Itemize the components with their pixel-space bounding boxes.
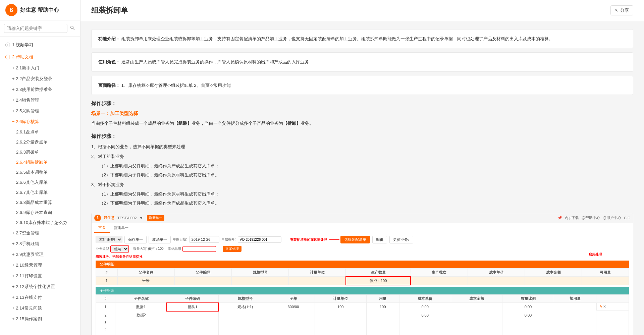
ops-steps-label: 操作步骤：	[91, 100, 633, 107]
sidebar-item-sales[interactable]: + 2.4销售管理	[0, 95, 80, 106]
scene1-desc: 当由多个子件材料组装成一个成品的业务为【组装】业务，当由一个父件拆分成多个子产品…	[91, 119, 633, 128]
ss-type-select[interactable]: 本组织整理	[96, 236, 122, 243]
ss-docno-label: 单据编号:	[221, 237, 236, 242]
ss-qty-field: 数量大写 依拒：100	[133, 246, 164, 251]
ss-save-btn[interactable]: 保存单一	[124, 236, 147, 243]
ss-brand: 好生意	[104, 215, 115, 220]
sidebar-item-cases[interactable]: + 2.15操作案例	[0, 314, 80, 324]
sidebar-item-video[interactable]: + 1.视频学习	[0, 39, 80, 51]
ss-confirm-btn[interactable]: 立案处理	[223, 246, 241, 252]
table-row: 3	[96, 319, 629, 326]
ss-cancel-btn[interactable]: 取消单一	[149, 236, 171, 243]
inventory-sub-items: 2.6.1盘点单 2.6.2分量盘点单 2.6.3调拨单 2.6.4组装拆卸单 …	[0, 127, 80, 228]
th-add-usage: 加用量	[554, 294, 596, 303]
table-row: 1 数据1 部队1 规格(1*1) 300/00 100 100 0.00	[96, 303, 629, 311]
ss-biz-type-field: 业务类型 组装 拆卸	[96, 245, 129, 253]
row-delete-icon[interactable]: ✕	[603, 304, 606, 309]
sidebar-item-split-stocktake[interactable]: 2.6.2分量盘点单	[0, 137, 80, 147]
sidebar-item-stock-error[interactable]: 2.6.10库存账本错了怎么办	[0, 218, 80, 228]
ss-store-label: 库标品用	[168, 246, 181, 251]
sidebar-item-online-pay[interactable]: + 2.13在线支付	[0, 292, 80, 303]
th-ops	[596, 294, 629, 303]
scene1-title: 场景一：加工类型选择	[91, 111, 633, 117]
ss-fill-btn[interactable]: 选取装配清单	[340, 236, 370, 243]
ss-icons-row: 刷新单一	[147, 215, 164, 221]
svg-point-0	[71, 26, 73, 29]
table-row: 2 数据2 0.00 0.00	[96, 311, 629, 319]
ss-tab-newdoc[interactable]: 新建单一	[110, 223, 132, 232]
sidebar: 6 好生意 帮助中心 + 1.视频学习 − 2.帮助文档 + 2.1新手入门	[0, 0, 80, 335]
sidebar-item-purchase[interactable]: + 2.5采购管理	[0, 106, 80, 116]
th-unit: 计量单位	[289, 268, 346, 277]
th-unit: 计量单位	[315, 294, 366, 303]
th-num: #	[96, 294, 115, 303]
sidebar-item-data-prep[interactable]: + 2.3使用前数据准备	[0, 84, 80, 95]
annotation-switch-text: 组装业务、拆卸业务在这里切换	[96, 255, 143, 259]
td-cost-price	[468, 277, 525, 285]
ss-right-nav: 📌 App下载 @帮助中心 @用户中心 C.C	[557, 215, 630, 220]
main-header: 组装拆卸单 分享	[80, 0, 644, 21]
sidebar-item-finance[interactable]: + 2.7资金管理	[0, 228, 80, 238]
search-input[interactable]	[4, 24, 67, 33]
ss-new-btn: 刷新单一	[147, 215, 164, 221]
docs-sub-items: + 2.1新手入门 + 2.2产品安装及登录 + 2.3使用前数据准备 + 2.…	[0, 63, 80, 324]
ss-more-btn[interactable]: 更多业务↓	[389, 236, 414, 243]
sidebar-item-print[interactable]: + 2.11打印设置	[0, 271, 80, 281]
th-batch: 生产批次	[411, 268, 468, 277]
th-cost-amount: 成本金额	[451, 294, 502, 303]
sidebar-item-assembly[interactable]: 2.6.4组装拆卸单	[0, 157, 80, 167]
ss-annotation-area: 有装配清单的在这里处理 选取装配清单 编辑 更多业务↓	[290, 236, 414, 243]
ss-form-toolbar: 本组织整理 保存单一 取消单一 单据日期: 单据编号: 有装配清单的在这里处理 …	[96, 236, 629, 243]
ss-lower-table: # 子件名称 子件编码 规格型号 子单 计量单位 用量 成本单价 成本金额	[96, 294, 629, 335]
step-2: 2、对于组装业务	[91, 153, 633, 161]
ss-date-input[interactable]	[189, 236, 219, 243]
sidebar-item-inventory[interactable]: − 2.6库存核算	[0, 116, 80, 127]
row-edit-icon[interactable]: ✎	[599, 304, 602, 309]
ss-tab-active[interactable]: 首页	[94, 223, 110, 233]
ss-edit-btn[interactable]: 编辑	[372, 236, 387, 243]
path-text: 1、库存核算->库存管理->组装拆卸单 2、首页->常用功能	[121, 83, 231, 88]
sidebar-header: 6 好生意 帮助中心	[0, 0, 80, 20]
svg-line-1	[73, 29, 75, 30]
step3-item2: （2）下部明细为子件明细，最终作为产成品生成其它入库单。	[91, 199, 633, 208]
sidebar-item-other-in[interactable]: 2.6.6其他入库单	[0, 177, 80, 187]
sidebar-item-cost-recalc[interactable]: 2.6.8商品成本重算	[0, 198, 80, 208]
sidebar-item-install[interactable]: + 2.2产品安装及登录	[0, 73, 80, 84]
sidebar-item-stock-query[interactable]: 2.6.9库存账本查询	[0, 208, 80, 218]
td-parent-name: 米米	[117, 277, 174, 285]
td-num: 1	[96, 277, 118, 285]
annotation-assembly-list: 有装配清单的在这里处理	[290, 238, 327, 241]
ss-store-field: 库标品用	[168, 246, 216, 252]
ss-docno-input[interactable]	[238, 236, 281, 243]
sidebar-item-settings[interactable]: + 2.12系统个性化设置	[0, 281, 80, 292]
sidebar-item-newbie[interactable]: + 2.1新手入门	[0, 63, 80, 73]
sidebar-item-other-out[interactable]: 2.6.7其他出库单	[0, 187, 80, 198]
sidebar-item-mobile[interactable]: + 2.8手机旺铺	[0, 238, 80, 249]
ss-store-input[interactable]	[182, 246, 216, 252]
screenshot-container: 6 好生意 TEST-H002 ▼ 刷新单一 📌 App下载 @帮助中心 @用户…	[91, 213, 633, 335]
step-1: 1、根据不同的业务，选择不同单据的类型来处理	[91, 143, 633, 151]
sidebar-item-stocktake[interactable]: 2.6.1盘点单	[0, 127, 80, 137]
sidebar-nav: + 1.视频学习 − 2.帮助文档 + 2.1新手入门 + 2.2产品安装及登录…	[0, 37, 80, 335]
th-spec: 规格型号	[218, 294, 272, 303]
td-batch	[411, 277, 468, 285]
td-cost-amount	[525, 277, 582, 285]
th-sub: 子单	[272, 294, 315, 303]
sidebar-item-faq[interactable]: + 2.14常见问题	[0, 303, 80, 314]
sidebar-label: 1.视频学习	[12, 42, 33, 48]
ss-test-id: TEST-H002	[117, 216, 137, 220]
app-name: 好生意 帮助中心	[20, 7, 59, 14]
app-logo: 6	[5, 4, 17, 16]
ss-upper-table-container: 父件明细 # 父件名称 父件编码 规格型号 计量单位 生产数量	[96, 261, 629, 285]
path-label: 页面路径：	[98, 83, 120, 88]
sidebar-item-adjust[interactable]: 2.6.3调拨单	[0, 147, 80, 157]
sidebar-item-operations[interactable]: + 2.10经营管理	[0, 260, 80, 271]
ss-biz-select[interactable]: 组装 拆卸	[110, 245, 129, 253]
sidebar-item-coupon[interactable]: + 2.9优惠券管理	[0, 249, 80, 260]
search-button[interactable]	[69, 25, 76, 31]
step-3: 3、对于拆卖业务	[91, 181, 633, 189]
sidebar-item-docs[interactable]: − 2.帮助文档	[0, 51, 80, 63]
sidebar-item-cost-adjust[interactable]: 2.6.5成本调整单	[0, 167, 80, 177]
share-button[interactable]: 分享	[610, 5, 633, 15]
ss-qty-label: 数量大写	[133, 246, 147, 251]
